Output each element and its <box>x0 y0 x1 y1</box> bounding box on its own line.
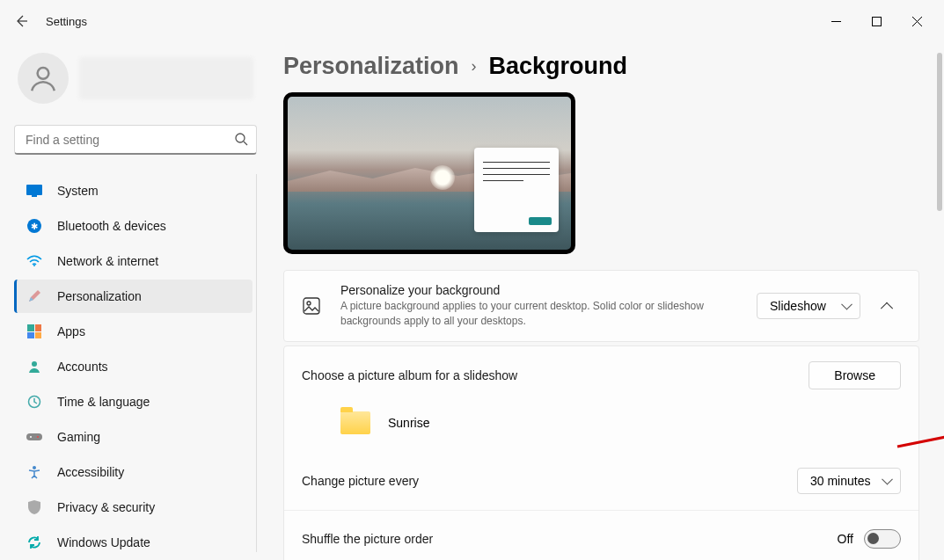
selected-folder-row: Sunrise <box>284 404 918 452</box>
preview-window-mock <box>474 148 559 232</box>
minimize-button[interactable] <box>816 7 856 35</box>
nav-bluetooth[interactable]: ✱Bluetooth & devices <box>14 209 252 243</box>
nav-list: System ✱Bluetooth & devices Network & in… <box>14 174 257 552</box>
svg-point-13 <box>30 436 32 438</box>
folder-name: Sunrise <box>388 416 429 430</box>
scrollbar[interactable] <box>937 53 942 211</box>
dropdown-value: Slideshow <box>770 299 826 313</box>
personalize-panel: Personalize your background A picture ba… <box>283 270 919 342</box>
breadcrumb: Personalization › Background <box>283 53 919 80</box>
breadcrumb-parent[interactable]: Personalization <box>283 53 459 80</box>
nav-accessibility[interactable]: Accessibility <box>14 455 252 489</box>
close-icon <box>912 17 922 26</box>
nav-label: Network & internet <box>57 254 158 268</box>
accounts-icon <box>26 358 43 375</box>
nav-privacy[interactable]: Privacy & security <box>14 491 252 524</box>
maximize-icon <box>872 17 882 26</box>
nav-system[interactable]: System <box>14 174 252 207</box>
shuffle-title: Shuffle the picture order <box>302 532 838 546</box>
chevron-right-icon: › <box>472 57 477 76</box>
system-icon <box>26 182 43 200</box>
nav-label: System <box>57 184 99 198</box>
bluetooth-icon: ✱ <box>26 217 43 235</box>
close-button[interactable] <box>896 7 937 35</box>
nav-network[interactable]: Network & internet <box>14 244 252 278</box>
paintbrush-icon <box>26 287 43 305</box>
maximize-button[interactable] <box>856 7 896 35</box>
profile-name-redacted <box>79 57 253 99</box>
nav-personalization[interactable]: Personalization <box>14 280 252 313</box>
dropdown-value: 30 minutes <box>810 474 870 488</box>
collapse-button[interactable] <box>873 292 901 320</box>
arrow-left-icon <box>14 14 28 28</box>
toggle-state: Off <box>838 532 853 546</box>
svg-line-6 <box>244 142 247 145</box>
album-title: Choose a picture album for a slideshow <box>302 368 809 382</box>
shield-icon <box>26 498 43 516</box>
interval-dropdown[interactable]: 30 minutes <box>797 468 901 494</box>
picture-icon <box>302 297 321 315</box>
folder-icon <box>340 411 370 434</box>
svg-rect-16 <box>304 298 319 314</box>
nav-label: Bluetooth & devices <box>57 219 166 233</box>
nav-label: Privacy & security <box>57 500 155 514</box>
svg-rect-7 <box>26 185 42 195</box>
back-button[interactable] <box>7 7 35 35</box>
sidebar: System ✱Bluetooth & devices Network & in… <box>0 42 264 560</box>
search-box <box>14 125 257 155</box>
nav-update[interactable]: Windows Update <box>14 526 252 552</box>
nav-label: Personalization <box>57 289 142 303</box>
svg-point-4 <box>38 68 49 79</box>
shuffle-toggle: Off <box>838 529 901 549</box>
wifi-icon <box>26 252 43 270</box>
person-icon <box>28 63 58 93</box>
titlebar: Settings <box>0 0 944 42</box>
nav-label: Windows Update <box>57 535 150 549</box>
profile-block[interactable] <box>14 42 257 125</box>
window-controls <box>816 7 937 35</box>
nav-time[interactable]: Time & language <box>14 385 252 418</box>
accessibility-icon <box>26 463 43 481</box>
svg-rect-12 <box>26 433 42 440</box>
svg-point-14 <box>37 436 39 438</box>
minimize-icon <box>831 17 841 26</box>
main-content: Personalization › Background Personalize… <box>264 42 944 560</box>
svg-point-9 <box>33 265 35 266</box>
svg-point-10 <box>32 361 37 367</box>
avatar <box>18 53 69 104</box>
search-input[interactable] <box>14 125 257 155</box>
background-mode-dropdown[interactable]: Slideshow <box>757 293 860 319</box>
interval-title: Change picture every <box>302 474 797 488</box>
gaming-icon <box>26 428 43 446</box>
clock-icon <box>26 393 43 411</box>
nav-label: Gaming <box>57 430 100 444</box>
nav-label: Accounts <box>57 360 108 374</box>
window-title: Settings <box>46 15 87 28</box>
shuffle-switch[interactable] <box>864 529 901 549</box>
nav-label: Time & language <box>57 395 150 409</box>
nav-apps[interactable]: Apps <box>14 315 252 348</box>
svg-point-15 <box>33 466 36 469</box>
nav-gaming[interactable]: Gaming <box>14 420 252 454</box>
breadcrumb-current: Background <box>489 53 628 80</box>
update-icon <box>26 534 43 551</box>
search-icon <box>234 132 248 149</box>
nav-label: Accessibility <box>57 465 124 479</box>
apps-icon <box>26 323 43 340</box>
svg-point-17 <box>307 302 311 305</box>
browse-button[interactable]: Browse <box>809 361 901 389</box>
svg-rect-8 <box>32 195 37 197</box>
svg-rect-1 <box>872 17 881 25</box>
background-preview <box>283 92 575 254</box>
svg-point-5 <box>236 134 245 142</box>
nav-label: Apps <box>57 324 85 338</box>
nav-accounts[interactable]: Accounts <box>14 350 252 383</box>
personalize-title: Personalize your background <box>340 283 757 297</box>
personalize-desc: A picture background applies to your cur… <box>340 299 728 329</box>
album-panel: Choose a picture album for a slideshow B… <box>283 345 919 560</box>
